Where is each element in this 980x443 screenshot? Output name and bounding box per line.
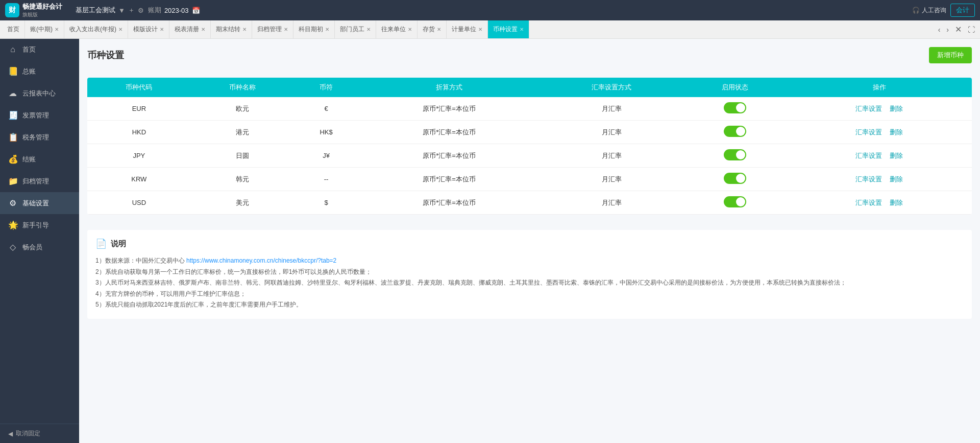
sidebar-item-guide[interactable]: 🌟 新手引导 <box>0 214 79 236</box>
tab-close-icon[interactable]: ✕ <box>118 27 122 32</box>
toggle-track[interactable] <box>724 196 746 207</box>
sidebar-item-invoice[interactable]: 🧾 发票管理 <box>0 104 79 126</box>
currency-table: 币种代码 币种名称 币符 折算方式 汇率设置方式 启用状态 操作 EUR 欧元 … <box>87 78 972 215</box>
tab-income[interactable]: 收入支出表(年报) ✕ <box>64 20 128 39</box>
tab-close-icon[interactable]: ✕ <box>366 27 371 32</box>
pin-label: 取消固定 <box>16 429 40 438</box>
tab-dept[interactable]: 部门员工 ✕ <box>335 20 376 39</box>
tab-tax[interactable]: 税表清册 ✕ <box>169 20 211 39</box>
toggle-JPY[interactable] <box>724 149 746 160</box>
notes-section: 📄 说明 1）数据来源：中国外汇交易中心 https://www.chinamo… <box>87 230 972 319</box>
chinamoney-link[interactable]: https://www.chinamoney.com.cn/chinese/bk… <box>186 257 336 264</box>
page-title: 币种设置 <box>87 49 124 61</box>
sidebar-label-member: 畅会员 <box>22 243 42 252</box>
calendar-icon[interactable]: 📅 <box>192 7 200 14</box>
tab-close-icon[interactable]: ✕ <box>284 27 288 32</box>
rate-setting-link-USD[interactable]: 汇率设置 <box>855 199 882 206</box>
tab-partner[interactable]: 往来单位 ✕ <box>376 20 418 39</box>
rate-setting-link-JPY[interactable]: 汇率设置 <box>855 152 882 159</box>
toggle-KRW[interactable] <box>724 173 746 184</box>
toggle-HKD[interactable] <box>724 126 746 137</box>
toggle-track[interactable] <box>724 102 746 113</box>
tab-close-icon[interactable]: ✕ <box>325 27 329 32</box>
sidebar-item-ledger[interactable]: 📒 总账 <box>0 60 79 82</box>
delete-link-JPY[interactable]: 删除 <box>890 152 903 159</box>
delete-link-USD[interactable]: 删除 <box>890 199 903 206</box>
toggle-EUR[interactable] <box>724 102 746 113</box>
company-dropdown-icon[interactable]: ▼ <box>118 7 125 14</box>
sidebar-item-closing[interactable]: 💰 结账 <box>0 148 79 170</box>
tab-close-icon[interactable]: ✕ <box>55 27 59 32</box>
cell-actions: 汇率设置 删除 <box>787 144 972 168</box>
tab-close-icon[interactable]: ✕ <box>408 27 412 32</box>
cell-conversion: 原币*汇率=本位币 <box>358 144 541 168</box>
cell-status <box>683 97 787 121</box>
tab-close-icon[interactable]: ✕ <box>201 27 205 32</box>
rate-setting-link-KRW[interactable]: 汇率设置 <box>855 175 882 183</box>
account-button[interactable]: 会计 <box>950 4 975 17</box>
cell-status <box>683 144 787 168</box>
add-icon[interactable]: ＋ <box>128 6 135 15</box>
app-title: 畅捷通好会计 <box>22 2 62 11</box>
tab-close-icon[interactable]: ✕ <box>520 27 524 32</box>
tab-ledger[interactable]: 账(中期) ✕ <box>25 20 64 39</box>
tab-home[interactable]: 首页 <box>2 20 25 39</box>
tab-closing[interactable]: 期末结转 ✕ <box>211 20 252 39</box>
sidebar-item-reports[interactable]: ☁ 云报表中心 <box>0 82 79 104</box>
sidebar-item-member[interactable]: ◇ 畅会员 <box>0 236 79 258</box>
col-name: 币种名称 <box>191 78 295 97</box>
period-value: 2023-03 <box>164 7 189 14</box>
help-label: 人工咨询 <box>922 6 946 15</box>
cell-conversion: 原币*汇率=本位币 <box>358 191 541 215</box>
headset-icon: 🎧 <box>912 7 920 14</box>
table-row: EUR 欧元 € 原币*汇率=本位币 月汇率 汇率设置 删除 <box>87 97 972 121</box>
delete-link-EUR[interactable]: 删除 <box>890 105 903 112</box>
sidebar-item-settings[interactable]: ⚙ 基础设置 <box>0 192 79 214</box>
sidebar-item-home[interactable]: ⌂ 首页 <box>0 39 79 60</box>
tab-close-icon[interactable]: ✕ <box>478 27 482 32</box>
tab-archive[interactable]: 归档管理 ✕ <box>252 20 293 39</box>
table-row: USD 美元 $ 原币*汇率=本位币 月汇率 汇率设置 删除 <box>87 191 972 215</box>
content-area: 币种设置 新增币种 币种代码 币种名称 币符 折算方式 汇率设置方式 启用状态 … <box>79 39 980 443</box>
tab-close-icon[interactable]: ✕ <box>437 27 441 32</box>
rate-setting-link-HKD[interactable]: 汇率设置 <box>855 128 882 136</box>
toggle-thumb <box>736 150 745 159</box>
col-code: 币种代码 <box>87 78 191 97</box>
cell-code: HKD <box>87 121 191 144</box>
delete-link-KRW[interactable]: 删除 <box>890 175 903 183</box>
help-button[interactable]: 🎧 人工咨询 <box>912 6 946 15</box>
tab-close-icon[interactable]: ✕ <box>160 27 164 32</box>
pin-button[interactable]: ◀ 取消固定 <box>0 424 79 443</box>
rate-setting-link-EUR[interactable]: 汇率设置 <box>855 105 882 112</box>
tab-close-icon[interactable]: ✕ <box>242 27 247 32</box>
logo-icon: 财 <box>5 3 19 17</box>
tab-expand-button[interactable]: ⛶ <box>965 26 978 34</box>
cell-rate-type: 月汇率 <box>540 121 683 144</box>
tab-prev-button[interactable]: ‹ <box>935 20 944 39</box>
sidebar-label-archive: 归档管理 <box>22 177 49 186</box>
toggle-track[interactable] <box>724 126 746 137</box>
tab-label: 税表清册 <box>175 25 199 34</box>
tab-template[interactable]: 模版设计 ✕ <box>128 20 169 39</box>
tab-next-button[interactable]: › <box>943 20 952 39</box>
toggle-USD[interactable] <box>724 196 746 207</box>
delete-link-HKD[interactable]: 删除 <box>890 128 903 136</box>
tab-inventory[interactable]: 存货 ✕ <box>418 20 447 39</box>
col-status: 启用状态 <box>683 78 787 97</box>
table-row: JPY 日圆 J¥ 原币*汇率=本位币 月汇率 汇率设置 删除 <box>87 144 972 168</box>
tab-unit[interactable]: 计量单位 ✕ <box>447 20 488 39</box>
toggle-track[interactable] <box>724 149 746 160</box>
sidebar-item-archive[interactable]: 📁 归档管理 <box>0 170 79 192</box>
tab-currency[interactable]: 币种设置 ✕ <box>488 20 529 39</box>
table-row: HKD 港元 HK$ 原币*汇率=本位币 月汇率 汇率设置 删除 <box>87 121 972 144</box>
tab-close-all-button[interactable]: ✕ <box>952 25 965 34</box>
toggle-thumb <box>736 197 745 206</box>
toggle-track[interactable] <box>724 173 746 184</box>
tab-label: 期末结转 <box>216 25 240 34</box>
tab-bar: 首页 账(中期) ✕ 收入支出表(年报) ✕ 模版设计 ✕ 税表清册 ✕ 期末结… <box>0 20 980 39</box>
tab-subject[interactable]: 科目期初 ✕ <box>293 20 335 39</box>
settings-icon[interactable]: ⚙ <box>138 7 144 14</box>
new-currency-button[interactable]: 新增币种 <box>929 47 972 63</box>
sidebar-item-tax[interactable]: 📋 税务管理 <box>0 126 79 148</box>
cell-conversion: 原币*汇率=本位币 <box>358 168 541 191</box>
